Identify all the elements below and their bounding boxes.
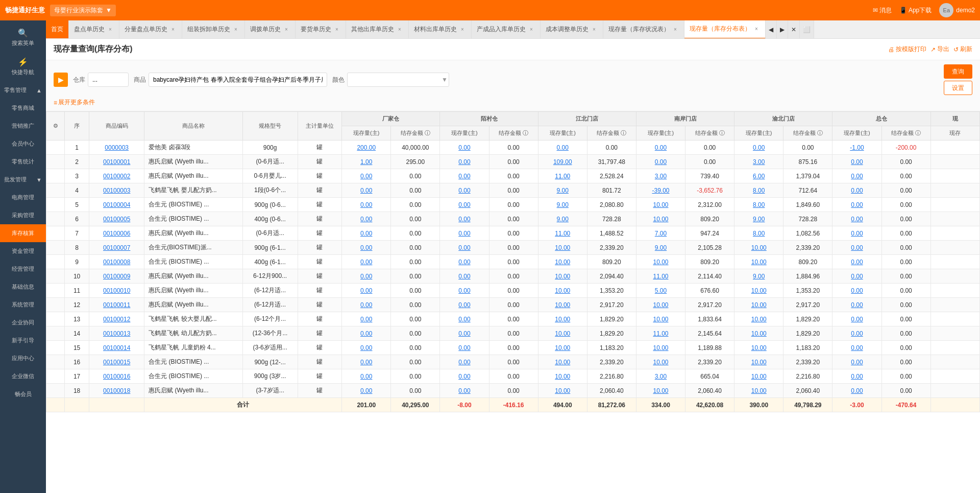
tab-fenpandian-close[interactable]: ×	[169, 26, 177, 33]
row-code[interactable]: 00100008	[89, 255, 144, 269]
row-factory-stock[interactable]: 0.00	[342, 326, 391, 341]
row-cun-stock[interactable]: 0.00	[440, 183, 489, 198]
row-code[interactable]: 0000003	[89, 140, 144, 155]
row-nanan-stock[interactable]: 3.00	[636, 169, 685, 183]
sidebar-item-enterprise[interactable]: 企业协同	[0, 314, 46, 332]
row-code[interactable]: 00100014	[89, 341, 144, 355]
row-cun-stock[interactable]: 0.00	[440, 284, 489, 298]
row-nanan-stock[interactable]: 9.00	[636, 241, 685, 255]
row-cun-stock[interactable]: 0.00	[440, 326, 489, 341]
tab-yaohuo-close[interactable]: ×	[333, 26, 340, 33]
row-yuibei-stock[interactable]: 10.00	[734, 255, 783, 269]
row-code[interactable]: 00100011	[89, 298, 144, 312]
row-yuibei-stock[interactable]: 10.00	[734, 241, 783, 255]
row-yuibei-stock[interactable]: 9.00	[734, 212, 783, 226]
row-factory-stock[interactable]: 0.00	[342, 341, 391, 355]
row-total-stock[interactable]: 0.00	[832, 355, 881, 369]
row-code[interactable]: 00100015	[89, 355, 144, 369]
settings-btn[interactable]: 设置	[944, 81, 972, 95]
tab-diaob-close[interactable]: ×	[283, 26, 290, 33]
row-total-stock[interactable]: 0.00	[832, 312, 881, 326]
row-jiangbei-stock[interactable]: 9.00	[538, 212, 587, 226]
expand-conditions-btn[interactable]: ≡ 展开更多条件	[54, 98, 95, 107]
row-factory-stock[interactable]: 1.00	[342, 155, 391, 169]
row-factory-stock[interactable]: 0.00	[342, 312, 391, 326]
row-cun-stock[interactable]: 0.00	[440, 384, 489, 398]
row-factory-stock[interactable]: 0.00	[342, 355, 391, 369]
row-yuibei-stock[interactable]: 9.00	[734, 269, 783, 284]
row-code[interactable]: 00100010	[89, 284, 144, 298]
row-total-stock[interactable]: 0.00	[832, 326, 881, 341]
row-cun-stock[interactable]: 0.00	[440, 226, 489, 241]
tab-chengben[interactable]: 成本调整单历史 ×	[541, 20, 603, 39]
row-factory-stock[interactable]: 0.00	[342, 183, 391, 198]
row-cun-stock[interactable]: 0.00	[440, 255, 489, 269]
row-jiangbei-stock[interactable]: 10.00	[538, 369, 587, 384]
tab-cunliang-dist[interactable]: 现存量（库存分布表） ×	[684, 20, 766, 39]
row-code[interactable]: 00100016	[89, 369, 144, 384]
row-jiangbei-stock[interactable]: 0.00	[538, 140, 587, 155]
row-factory-stock[interactable]: 0.00	[342, 298, 391, 312]
sidebar-item-wholesale[interactable]: 批发管理 ▼	[0, 171, 46, 189]
sidebar-item-ecommerce[interactable]: 电商管理	[0, 189, 46, 206]
sidebar-item-appcenter[interactable]: 应用中心	[0, 349, 46, 367]
row-yuibei-stock[interactable]: 8.00	[734, 183, 783, 198]
sidebar-item-search[interactable]: 🔍 搜索英单	[0, 23, 46, 52]
row-yuibei-stock[interactable]: 8.00	[734, 226, 783, 241]
row-code[interactable]: 00100005	[89, 212, 144, 226]
row-cun-stock[interactable]: 0.00	[440, 355, 489, 369]
row-code[interactable]: 00100003	[89, 183, 144, 198]
row-cun-stock[interactable]: 0.00	[440, 155, 489, 169]
row-code[interactable]: 00100001	[89, 155, 144, 169]
row-jiangbei-stock[interactable]: 10.00	[538, 298, 587, 312]
row-nanan-stock[interactable]: 10.00	[636, 355, 685, 369]
row-nanan-stock[interactable]: -39.00	[636, 183, 685, 198]
sidebar-item-purchase[interactable]: 采购管理	[0, 206, 46, 224]
row-yuibei-stock[interactable]: 10.00	[734, 284, 783, 298]
filter-toggle-btn[interactable]: ▶	[54, 73, 68, 87]
row-nanan-stock[interactable]: 10.00	[636, 384, 685, 398]
tab-cunliang-status-close[interactable]: ×	[672, 26, 679, 33]
row-yuibei-stock[interactable]: 0.00	[734, 140, 783, 155]
sidebar-item-operations[interactable]: 经营管理	[0, 260, 46, 278]
row-total-stock[interactable]: 0.00	[832, 341, 881, 355]
row-total-stock[interactable]: 0.00	[832, 298, 881, 312]
message-btn[interactable]: ✉ 消息	[873, 6, 892, 15]
row-factory-stock[interactable]: 0.00	[342, 169, 391, 183]
row-total-stock[interactable]: 0.00	[832, 241, 881, 255]
sidebar-item-base[interactable]: 基础信息	[0, 278, 46, 296]
row-code[interactable]: 00100006	[89, 226, 144, 241]
row-jiangbei-stock[interactable]: 10.00	[538, 326, 587, 341]
sidebar-item-wechat[interactable]: 企业微信	[0, 367, 46, 385]
row-cun-stock[interactable]: 0.00	[440, 241, 489, 255]
tab-zuzhang-close[interactable]: ×	[232, 26, 239, 33]
row-total-stock[interactable]: 0.00	[832, 284, 881, 298]
row-nanan-stock[interactable]: 10.00	[636, 298, 685, 312]
row-cun-stock[interactable]: 0.00	[440, 369, 489, 384]
product-input[interactable]	[149, 73, 327, 87]
row-jiangbei-stock[interactable]: 10.00	[538, 384, 587, 398]
row-nanan-stock[interactable]: 3.00	[636, 369, 685, 384]
row-total-stock[interactable]: 0.00	[832, 155, 881, 169]
row-code[interactable]: 00100018	[89, 384, 144, 398]
sidebar-item-marketing[interactable]: 营销推广	[0, 117, 46, 135]
row-total-stock[interactable]: 0.00	[832, 226, 881, 241]
row-factory-stock[interactable]: 0.00	[342, 226, 391, 241]
row-nanan-stock[interactable]: 11.00	[636, 326, 685, 341]
row-factory-stock[interactable]: 0.00	[342, 369, 391, 384]
sidebar-item-inventory[interactable]: 库存核算	[0, 224, 46, 242]
tab-cunliang-status[interactable]: 现存量（库存状况表） ×	[603, 20, 684, 39]
company-select[interactable]: 母婴行业演示陈套 ▼	[50, 5, 116, 16]
row-total-stock[interactable]: 0.00	[832, 169, 881, 183]
tab-chuku[interactable]: 其他出库单历史 ×	[346, 20, 409, 39]
row-cun-stock[interactable]: 0.00	[440, 169, 489, 183]
settings-col-header[interactable]: ⚙	[46, 112, 65, 140]
refresh-btn[interactable]: ↺ 刷新	[953, 45, 972, 54]
row-code[interactable]: 00100004	[89, 198, 144, 212]
sidebar-item-member[interactable]: 会员中心	[0, 135, 46, 153]
row-yuibei-stock[interactable]: 10.00	[734, 369, 783, 384]
row-jiangbei-stock[interactable]: 9.00	[538, 198, 587, 212]
row-jiangbei-stock[interactable]: 10.00	[538, 284, 587, 298]
sidebar-item-guide[interactable]: 新手引导	[0, 332, 46, 349]
row-cun-stock[interactable]: 0.00	[440, 212, 489, 226]
